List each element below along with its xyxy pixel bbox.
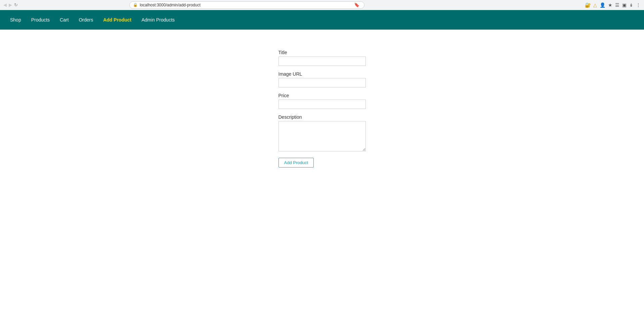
add-product-button[interactable]: Add Product <box>278 158 314 168</box>
title-input[interactable] <box>278 57 366 66</box>
menu-list-icon[interactable]: ☰ <box>615 2 619 8</box>
download-icon[interactable]: ↡ <box>629 2 633 8</box>
image-url-input[interactable] <box>278 78 366 87</box>
nav-orders[interactable]: Orders <box>79 17 93 23</box>
price-group: Price <box>278 93 366 109</box>
back-icon[interactable]: ◀ <box>3 2 7 7</box>
image-url-label: Image URL <box>278 71 366 77</box>
add-product-form: Title Image URL Price Description Add Pr… <box>278 50 366 168</box>
browser-right-icons: 🔐 △ 👤 ★ ☰ ▣ ↡ ⋮ <box>585 2 641 8</box>
nav-cart[interactable]: Cart <box>60 17 69 23</box>
profile-icon[interactable]: 👤 <box>600 2 605 8</box>
warning-icon: △ <box>593 2 597 8</box>
nav-products[interactable]: Products <box>31 17 50 23</box>
window-icon[interactable]: ▣ <box>622 2 627 8</box>
main-content: Title Image URL Price Description Add Pr… <box>0 30 644 168</box>
nav-admin-products[interactable]: Admin Products <box>141 17 175 23</box>
lock-icon: 🔒 <box>133 3 138 7</box>
browser-nav-icons: ◀ ▶ ↻ <box>3 2 18 7</box>
url-text: localhost:3000/admin/add-product <box>140 3 201 7</box>
description-label: Description <box>278 114 366 120</box>
forward-icon[interactable]: ▶ <box>9 2 12 7</box>
address-bar[interactable]: 🔒 localhost:3000/admin/add-product 🔖 <box>129 1 364 9</box>
reload-icon[interactable]: ↻ <box>14 2 18 7</box>
more-menu-icon[interactable]: ⋮ <box>636 2 641 8</box>
price-input[interactable] <box>278 100 366 109</box>
description-input[interactable] <box>278 121 366 151</box>
image-url-group: Image URL <box>278 71 366 87</box>
nav-shop[interactable]: Shop <box>10 17 21 23</box>
nav-add-product[interactable]: Add Product <box>103 17 131 23</box>
navbar: Shop Products Cart Orders Add Product Ad… <box>0 10 644 30</box>
price-label: Price <box>278 93 366 98</box>
extensions-icon[interactable]: 🔐 <box>585 2 591 8</box>
title-group: Title <box>278 50 366 66</box>
star-icon[interactable]: ★ <box>608 2 612 8</box>
title-label: Title <box>278 50 366 55</box>
bookmark-icon[interactable]: 🔖 <box>354 2 359 7</box>
browser-chrome: ◀ ▶ ↻ 🔒 localhost:3000/admin/add-product… <box>0 0 644 10</box>
description-group: Description <box>278 114 366 152</box>
